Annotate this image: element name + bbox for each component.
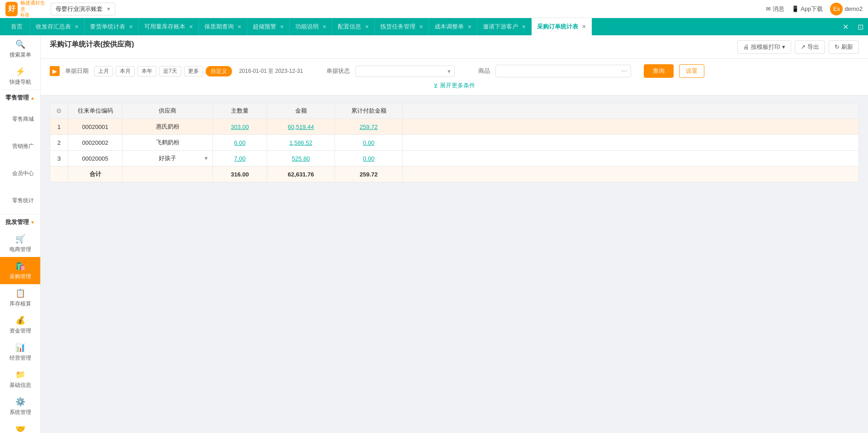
close-tab-invite[interactable]: ✕ [522,24,526,30]
sidebar-item-operations[interactable]: 📊 经营管理 [0,338,40,366]
tab-expiry[interactable]: 保质期查询 ✕ [199,18,247,35]
message-button[interactable]: ✉ 消息 [766,5,784,13]
row-supplier: 飞鹤奶粉 [123,135,213,151]
row-code: 00020001 [68,119,123,135]
close-tab-expiry[interactable]: ✕ [237,24,241,30]
footer-amount: 62,631.76 [267,167,335,182]
content-area: ⚙ 往来单位编码 供应商 主数量 金额 累计付款金额 1 00020001 惠氏… [41,95,868,433]
tab-picktask[interactable]: 拣货任务管理 ✕ [375,18,429,35]
date-range: 2016-01-01 至 2023-12-31 [239,67,303,75]
footer-empty-2 [123,167,213,182]
sidebar-item-basic[interactable]: 📁 基础信息 [0,366,40,393]
workspace-label: 母婴行业演示账套 [56,5,103,13]
col-settings-header[interactable]: ⚙ [50,103,68,119]
sidebar-item-system[interactable]: ⚙️ 系统管理 [0,393,40,420]
close-tab-requisition[interactable]: ✕ [129,24,133,30]
goods-label: 商品 [478,67,490,75]
sidebar-item-quick[interactable]: ⚡ 快捷导航 [0,62,40,90]
close-tab-available[interactable]: ✕ [189,24,193,30]
expand-more-btn[interactable]: ⊻ 展开更多条件 [434,81,475,90]
row-qty[interactable]: 7.00 [213,151,267,167]
sidebar-item-finance[interactable]: 💰 资金管理 [0,311,40,338]
tab-costadjust[interactable]: 成本调整单 ✕ [429,18,477,35]
tab-funcguide[interactable]: 功能说明 ✕ [290,18,332,35]
nav-close-btn[interactable]: ✕ [838,18,853,35]
settings-button[interactable]: 设置 [679,64,704,78]
row-amount[interactable]: 60,519.44 [267,119,335,135]
search-icon: 🔍 [15,39,25,49]
workspace-selector[interactable]: 母婴行业演示账套 ▾ [51,3,115,15]
row-qty[interactable]: 6.00 [213,135,267,151]
refresh-button[interactable]: ↻ 刷新 [829,40,859,54]
user-menu[interactable]: Ea demo2 [830,3,863,15]
footer-paid: 259.72 [335,167,403,182]
tab-purchasesummary[interactable]: 采购订单统计表 ✕ [532,18,592,35]
avatar: Ea [830,3,843,15]
row-paid[interactable]: 0.00 [335,135,403,151]
tab-config[interactable]: 配置信息 ✕ [332,18,375,35]
goods-input[interactable]: ··· [495,65,631,77]
close-tab-config[interactable]: ✕ [365,24,369,30]
status-select[interactable]: ▾ [355,66,455,77]
row-no: 1 [50,119,68,135]
tab-available[interactable]: 可用量库存账本 ✕ [139,18,199,35]
close-tab-costadjust[interactable]: ✕ [467,24,472,30]
nav-expand-btn[interactable]: ⊡ [853,18,868,35]
close-tab-funcguide[interactable]: ✕ [322,24,326,30]
print-button[interactable]: 🖨 按模板打印 ▾ [737,40,791,54]
close-tab-purchasesummary[interactable]: ✕ [582,24,586,30]
query-button[interactable]: 查询 [644,64,674,78]
date-last-7days[interactable]: 近7天 [159,66,181,76]
col-extra-header [403,103,859,119]
sidebar-item-ecommerce[interactable]: 🛒 电商管理 [0,230,40,257]
tab-home[interactable]: 首页 [4,18,30,35]
column-settings-icon[interactable]: ⚙ [56,107,62,114]
sidebar-item-wholesale[interactable]: 批发管理 ▼ [0,214,40,230]
row-code: 00020002 [68,135,123,151]
date-more[interactable]: 更多 [184,66,203,76]
date-this-year[interactable]: 本年 [137,66,156,76]
tab-invite[interactable]: 邀请下游客户 ✕ [477,18,532,35]
sidebar-item-purchase[interactable]: 🛍️ 采购管理 [0,257,40,284]
tab-collection[interactable]: 收发存汇总表 ✕ [30,18,85,35]
basic-icon: 📁 [15,370,25,380]
table-row: 3 00020005 好孩子 ▼ 7.00 525.80 0.00 [50,151,859,167]
sidebar-item-inventory[interactable]: 📋 库存核算 [0,284,40,311]
sidebar-item-retailmall[interactable]: 零售商城 [0,105,40,133]
close-tab-overstock[interactable]: ✕ [280,24,284,30]
layout: 🔍 搜索菜单 ⚡ 快捷导航 零售管理 ▲ 零售商城 营销推广 会员中心 零售统计… [0,35,868,433]
tab-overstock[interactable]: 超储预警 ✕ [247,18,290,35]
sidebar-item-marketing[interactable]: 营销推广 [0,133,40,160]
operations-icon: 📊 [15,343,25,352]
tab-requisition[interactable]: 要货单统计表 ✕ [85,18,139,35]
top-bar: 好 畅捷通好生意 标题 母婴行业演示账套 ▾ ✉ 消息 📱 App下载 Ea d… [0,0,868,18]
close-tab-collection[interactable]: ✕ [75,24,79,30]
sidebar-item-enterprise[interactable]: 🤝 企业协同 [0,420,40,433]
row-paid[interactable]: 0.00 [335,151,403,167]
expand-more-row: ⊻ 展开更多条件 [50,81,859,90]
filter-toggle-btn[interactable]: ▶ [50,66,60,76]
sidebar-item-retailstat[interactable]: 零售统计 [0,187,40,214]
row-extra [403,151,859,167]
date-this-month[interactable]: 本月 [116,66,135,76]
sidebar-item-retail[interactable]: 零售管理 ▲ [0,90,40,105]
export-button[interactable]: ↗ 导出 [795,40,825,54]
sidebar-item-member[interactable]: 会员中心 [0,160,40,187]
expand-down-icon: ⊻ [434,82,438,89]
row-expand-icon[interactable]: ▼ [203,155,209,162]
app-download-button[interactable]: 📱 App下载 [792,5,823,13]
goods-more-btn[interactable]: ··· [621,67,627,75]
row-paid[interactable]: 259.72 [335,119,403,135]
print-icon: 🖨 [743,43,749,50]
print-arrow: ▾ [782,43,785,50]
row-amount[interactable]: 525.80 [267,151,335,167]
date-custom[interactable]: 自定义 [206,66,232,76]
row-qty[interactable]: 303.00 [213,119,267,135]
close-tab-picktask[interactable]: ✕ [419,24,423,30]
inventory-icon: 📋 [15,288,25,298]
date-last-month[interactable]: 上月 [94,66,113,76]
ecommerce-icon: 🛒 [15,234,25,244]
sidebar-item-search[interactable]: 🔍 搜索菜单 [0,35,40,62]
logo-text: 畅捷通好生意 标题 [20,0,46,17]
row-amount[interactable]: 1,586.52 [267,135,335,151]
